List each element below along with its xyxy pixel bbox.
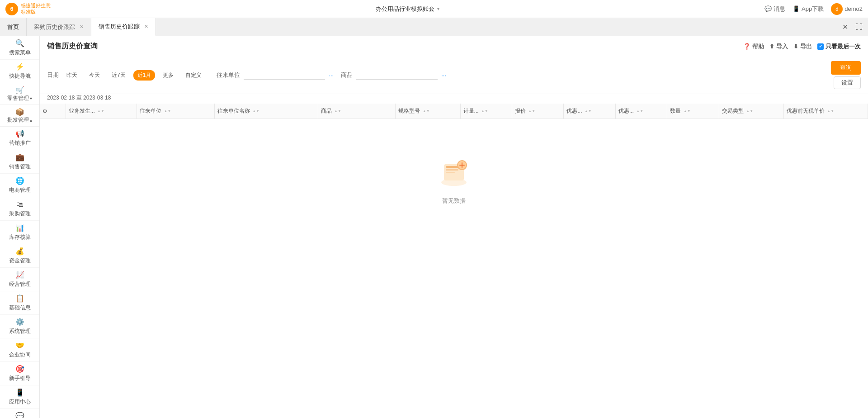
col-unit[interactable]: 计量... ▲▼: [460, 104, 512, 119]
date-btn-more[interactable]: 更多: [159, 70, 178, 81]
col-quote-label: 报价: [515, 108, 526, 114]
system-icon: ⚙️: [15, 318, 24, 326]
date-btn-today[interactable]: 今天: [85, 70, 104, 81]
sidebar-item-system[interactable]: ⚙️ 系统管理: [0, 315, 39, 338]
message-button[interactable]: 💬 消息: [764, 5, 785, 13]
col-spec-label: 规格型号: [398, 108, 420, 114]
goods-dots[interactable]: ···: [441, 72, 446, 79]
sort-arrows-partner-name: ▲▼: [252, 109, 259, 113]
date-btn-yesterday[interactable]: 昨天: [62, 70, 81, 81]
sidebar-item-quick-nav-label: 快捷导航: [9, 72, 31, 80]
logo-area: 6 畅捷通好生意 标准版: [5, 3, 51, 15]
page-container: 销售历史价查询 ❓ 帮助 ⬆ 导入 ⬇ 导出: [40, 36, 868, 418]
table-settings-icon[interactable]: ⚙: [42, 108, 47, 114]
app-download-button[interactable]: 📱 App下载: [793, 5, 824, 13]
sidebar-item-marketing-label: 营销推广: [9, 139, 31, 147]
close-all-tabs-button[interactable]: ✕: [840, 21, 850, 33]
sidebar-item-sales-mgmt[interactable]: 💼 销售管理: [0, 150, 39, 174]
sort-arrows-unit: ▲▼: [481, 109, 488, 113]
sidebar-item-retail-mgmt[interactable]: 🛒 零售管理 ▾: [0, 83, 39, 105]
top-bar-right: 💬 消息 📱 App下载 d demo2: [764, 3, 863, 15]
sidebar-item-cooperation[interactable]: 🤝 企业协同: [0, 338, 39, 362]
tab-bar-actions: ✕ ⛶: [840, 21, 868, 33]
sidebar-item-app-center[interactable]: 📱 应用中心: [0, 385, 39, 409]
sidebar-item-inventory[interactable]: 📊 库存核算: [0, 221, 39, 244]
fullscreen-button[interactable]: ⛶: [854, 21, 864, 33]
col-biz-date[interactable]: 业务发生... ▲▼: [66, 104, 137, 119]
sidebar-item-search-menu[interactable]: 🔍 搜索菜单: [0, 36, 39, 60]
retail-mgmt-arrow-icon: ▾: [30, 96, 32, 101]
help-icon: ❓: [743, 43, 750, 50]
finance-icon: 💰: [15, 247, 24, 256]
sidebar-item-base-info[interactable]: 📋 基础信息: [0, 291, 39, 315]
only-last-checkbox[interactable]: ✓ 只看最后一次: [817, 43, 861, 51]
col-gear: ⚙: [40, 104, 66, 119]
partner-input[interactable]: [244, 71, 325, 80]
breadcrumb: 办公用品行业模拟账套 ▾: [376, 5, 439, 13]
goods-input[interactable]: [356, 71, 438, 80]
col-discount1[interactable]: 优惠... ▲▼: [564, 104, 615, 119]
col-qty[interactable]: 数量 ▲▼: [667, 104, 719, 119]
sort-arrows-spec: ▲▼: [423, 109, 430, 113]
empty-icon: [436, 155, 472, 191]
sidebar-item-guide[interactable]: 🎯 新手引导: [0, 362, 39, 385]
top-bar: 6 畅捷通好生意 标准版 办公用品行业模拟账套 ▾ 💬 消息 📱 App下载 d…: [0, 0, 868, 18]
col-discount2[interactable]: 优惠... ▲▼: [615, 104, 667, 119]
date-btn-1month[interactable]: 近1月: [133, 70, 156, 81]
svg-rect-3: [446, 169, 458, 171]
sidebar-item-sales-mgmt-label: 销售管理: [9, 163, 31, 171]
tab-home-label: 首页: [7, 23, 19, 31]
sidebar-item-wechat[interactable]: 💬 企业微信: [0, 409, 39, 418]
sidebar-item-purchase-mgmt[interactable]: 🛍 采购管理: [0, 197, 39, 221]
wechat-icon: 💬: [15, 412, 24, 418]
settings-button[interactable]: 设置: [834, 76, 861, 89]
sidebar-item-wholesale-mgmt[interactable]: 📦 批发管理 ▴: [0, 105, 39, 127]
table-header: ⚙ 业务发生... ▲▼ 往来单位 ▲▼ 往来单位名称: [40, 104, 868, 119]
sidebar-item-inventory-label: 库存核算: [9, 233, 31, 241]
page-title-actions: ❓ 帮助 ⬆ 导入 ⬇ 导出 ✓ 只看最后一次: [743, 43, 861, 51]
user-profile[interactable]: d demo2: [831, 3, 863, 15]
sidebar-item-operations[interactable]: 📈 经营管理: [0, 268, 39, 291]
col-goods[interactable]: 商品 ▲▼: [318, 104, 396, 119]
sort-arrows-trade-type: ▲▼: [746, 109, 753, 113]
col-discount1-label: 优惠...: [566, 108, 582, 114]
query-button[interactable]: 查询: [831, 61, 861, 75]
col-trade-type-label: 交易类型: [722, 108, 744, 114]
col-quote[interactable]: 报价 ▲▼: [512, 104, 564, 119]
date-filter-group: 日期 昨天 今天 近7天 近1月 更多 自定义: [47, 70, 209, 81]
tab-sales-history[interactable]: 销售历史价跟踪 ✕: [91, 18, 156, 36]
import-button[interactable]: ⬆ 导入: [769, 43, 788, 51]
col-trade-type[interactable]: 交易类型 ▲▼: [719, 104, 783, 119]
logo-icon: 6: [5, 3, 18, 15]
tab-home[interactable]: 首页: [0, 18, 27, 36]
main-layout: 🔍 搜索菜单 ⚡ 快捷导航 🛒 零售管理 ▾ 📦 批发管理 ▴ 📢 营销推广: [0, 36, 868, 418]
col-partner-name[interactable]: 往来单位名称 ▲▼: [214, 104, 318, 119]
sort-arrows-qty: ▲▼: [684, 109, 691, 113]
partner-dots[interactable]: ···: [329, 72, 334, 79]
logo-text: 畅捷通好生意 标准版: [21, 3, 51, 14]
content-area: 销售历史价查询 ❓ 帮助 ⬆ 导入 ⬇ 导出: [40, 36, 868, 418]
tab-bar: 首页 采购历史价跟踪 ✕ 销售历史价跟踪 ✕ ✕ ⛶: [0, 18, 868, 36]
sidebar-item-ecommerce[interactable]: 🌐 电商管理: [0, 174, 39, 197]
col-partner-code[interactable]: 往来单位 ▲▼: [137, 104, 215, 119]
export-button[interactable]: ⬇ 导出: [793, 43, 812, 51]
tab-purchase-history[interactable]: 采购历史价跟踪 ✕: [27, 18, 91, 36]
sidebar-item-finance[interactable]: 💰 资金管理: [0, 244, 39, 268]
tab-purchase-history-close[interactable]: ✕: [80, 24, 84, 30]
tab-purchase-history-label: 采购历史价跟踪: [34, 23, 75, 31]
breadcrumb-text: 办公用品行业模拟账套: [376, 5, 434, 13]
purchase-mgmt-icon: 🛍: [16, 200, 24, 209]
col-pretax-price[interactable]: 优惠前无税单价 ▲▼: [783, 104, 868, 119]
sidebar: 🔍 搜索菜单 ⚡ 快捷导航 🛒 零售管理 ▾ 📦 批发管理 ▴ 📢 营销推广: [0, 36, 40, 418]
tab-sales-history-close[interactable]: ✕: [144, 24, 148, 29]
date-btn-7days[interactable]: 近7天: [108, 70, 130, 81]
breadcrumb-dropdown-icon[interactable]: ▾: [437, 6, 439, 11]
col-discount2-label: 优惠...: [618, 108, 634, 114]
help-button[interactable]: ❓ 帮助: [743, 43, 764, 51]
cooperation-icon: 🤝: [15, 341, 24, 350]
col-spec[interactable]: 规格型号 ▲▼: [396, 104, 460, 119]
top-bar-left: 6 畅捷通好生意 标准版: [5, 3, 51, 15]
sidebar-item-marketing[interactable]: 📢 营销推广: [0, 127, 39, 150]
sidebar-item-quick-nav[interactable]: ⚡ 快捷导航: [0, 60, 39, 83]
date-btn-custom[interactable]: 自定义: [181, 70, 206, 81]
